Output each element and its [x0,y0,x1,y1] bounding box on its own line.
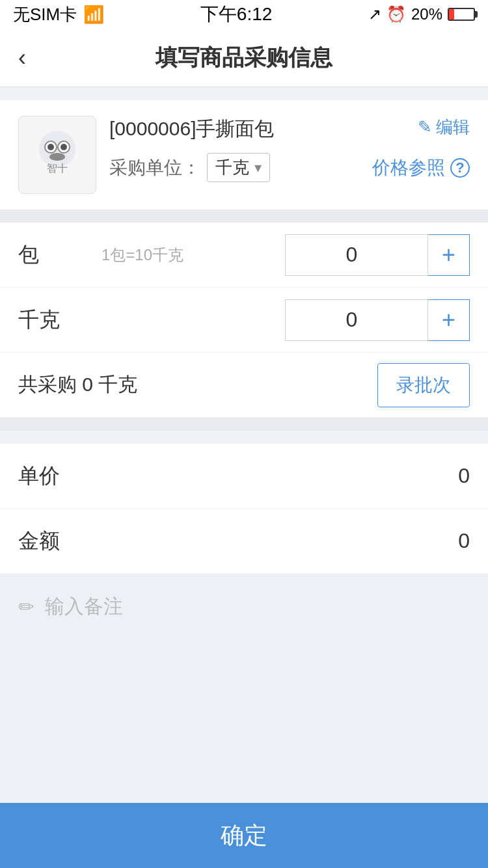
bag-quantity-input[interactable] [285,234,428,276]
svg-point-0 [39,131,75,167]
section-divider-2 [0,418,488,431]
amount-label: 金额 [18,527,60,556]
kg-plus-button[interactable]: + [428,299,470,341]
total-label: 共采购 0 千克 [18,372,137,398]
confirm-button[interactable]: 确定 [0,803,488,868]
bag-plus-button[interactable]: + [428,234,470,276]
unit-price-value: 0 [458,464,470,488]
amount-value: 0 [458,529,470,553]
carrier-label: 无SIM卡 [13,3,77,26]
chevron-down-icon: ▾ [254,159,262,176]
location-icon: ↗ [368,5,381,23]
price-info-section: 单价 0 金额 0 [0,444,488,574]
purchase-unit-label: 采购单位： [109,156,200,180]
edit-icon: ✎ [418,117,432,137]
svg-point-4 [61,144,67,150]
svg-point-3 [47,144,54,150]
bag-input-row: 包 1包=10千克 + [0,223,488,288]
battery-icon [448,8,475,21]
purchase-unit-row: 采购单位： 千克 ▾ 价格参照 ? [109,153,470,182]
battery-percent: 20% [411,5,442,23]
product-id: [0000006] [109,118,196,139]
bag-input-right: + [285,234,470,276]
alarm-icon: ⏰ [386,5,406,23]
kg-label: 千克 [18,306,96,334]
bag-label: 包 [18,241,96,269]
pencil-icon: ✏ [18,595,34,618]
product-name: [0000006]手撕面包 [109,116,274,142]
kg-input-row: 千克 + [0,288,488,353]
record-batch-button[interactable]: 录批次 [377,363,470,407]
nav-bar: ‹ 填写商品采购信息 [0,29,488,87]
product-info: [0000006]手撕面包 ✎ 编辑 采购单位： 千克 ▾ 价格参照 [109,116,470,182]
unit-price-label: 单价 [18,462,60,491]
page-content: 智十 [0000006]手撕面包 ✎ 编辑 采购单位： 千克 ▾ [0,100,488,868]
remark-section[interactable]: ✏ 输入备注 [0,574,488,640]
status-bar: 无SIM卡 📶 下午6:12 ↗ ⏰ 20% [0,0,488,29]
amount-row: 金额 0 [0,509,488,574]
product-card: 智十 [0000006]手撕面包 ✎ 编辑 采购单位： 千克 ▾ [0,100,488,210]
status-left: 无SIM卡 📶 [13,3,104,26]
page-title: 填写商品采购信息 [156,43,332,73]
svg-text:智十: 智十 [47,163,68,174]
remark-placeholder: 输入备注 [45,593,123,620]
status-right: ↗ ⏰ 20% [368,5,475,23]
status-time: 下午6:12 [200,2,273,27]
bag-sublabel: 1包=10千克 [102,245,183,265]
product-name-text: 手撕面包 [196,118,274,139]
kg-input-right: + [285,299,470,341]
price-reference-button[interactable]: 价格参照 ? [372,156,470,180]
section-divider-1 [0,210,488,223]
unit-price-row: 单价 0 [0,444,488,509]
total-row: 共采购 0 千克 录批次 [0,353,488,418]
product-logo-icon: 智十 [31,126,83,184]
product-image: 智十 [18,116,96,194]
product-header: [0000006]手撕面包 ✎ 编辑 [109,116,470,142]
input-section: 包 1包=10千克 + 千克 + 共采购 0 千克 录批次 [0,223,488,418]
svg-point-5 [49,153,65,161]
wifi-icon: 📶 [83,5,104,25]
help-icon: ? [450,158,470,178]
confirm-button-label: 确定 [221,820,267,852]
edit-button[interactable]: ✎ 编辑 [418,116,470,139]
unit-value: 千克 [215,156,249,179]
back-button[interactable]: ‹ [18,44,26,72]
kg-quantity-input[interactable] [285,299,428,341]
unit-select[interactable]: 千克 ▾ [207,153,270,182]
